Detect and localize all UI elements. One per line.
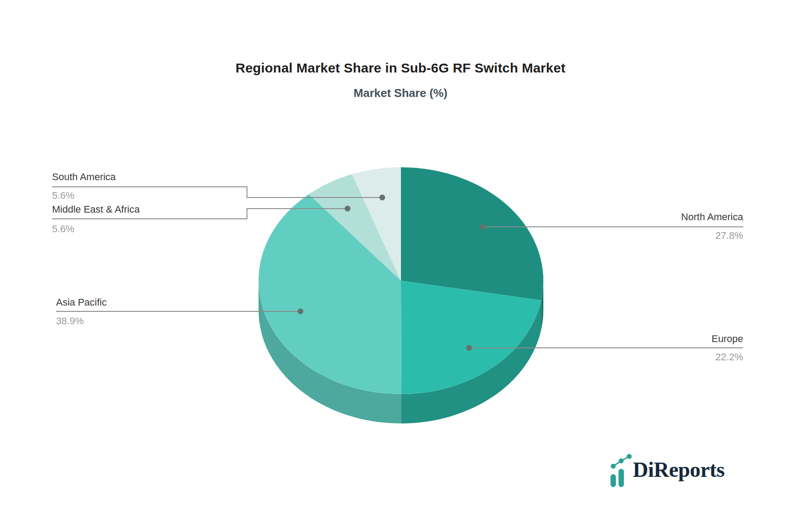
slice-label-middle-east-africa: Middle East & Africa	[52, 204, 140, 215]
slice-label-europe: Europe	[565, 333, 743, 345]
rising-chart-icon	[608, 451, 633, 491]
slice-value-south-america: 5.6%	[52, 190, 74, 202]
leader-dot-north-america	[480, 224, 486, 230]
leader-dot-middle-east-africa	[345, 206, 351, 212]
leader-dot-europe	[466, 345, 472, 351]
slice-value-asia-pacific: 38.9%	[56, 315, 84, 327]
pie-slice-north-america	[401, 167, 543, 300]
slice-value-north-america: 27.8%	[565, 230, 743, 242]
logo-text: DiReports	[633, 457, 724, 482]
direports-logo: DiReports	[608, 451, 741, 491]
leader-dot-asia-pacific	[298, 309, 303, 314]
slice-label-north-america: North America	[565, 211, 743, 223]
slice-label-asia-pacific: Asia Pacific	[56, 297, 107, 308]
pie-slice-europe	[401, 281, 541, 394]
leader-dot-south-america	[380, 195, 385, 201]
chart-page: Regional Market Share in Sub-6G RF Switc…	[0, 0, 801, 532]
slice-value-middle-east-africa: 5.6%	[52, 223, 74, 235]
slice-label-south-america: South America	[52, 171, 116, 183]
slice-value-europe: 22.2%	[565, 351, 743, 363]
